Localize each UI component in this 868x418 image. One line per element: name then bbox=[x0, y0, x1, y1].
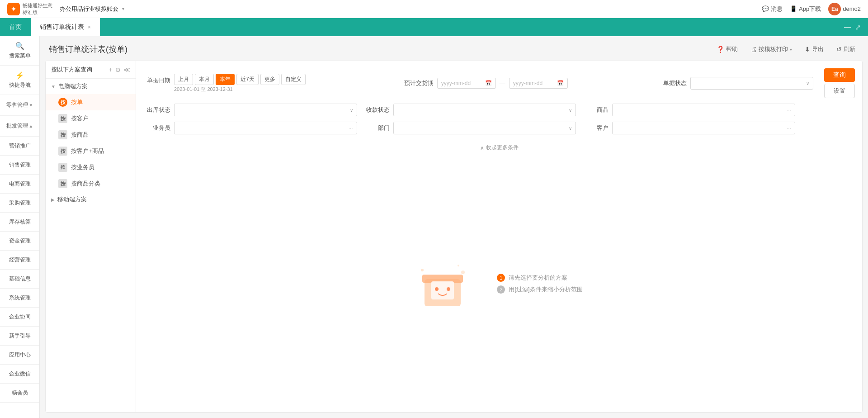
wholesale-arrow-icon: ▲ bbox=[29, 124, 33, 128]
tab-bar: 首页 销售订单统计表 × — ⤢ bbox=[0, 18, 868, 36]
scheme-group-mobile-header[interactable]: ▶ 移动端方案 bbox=[46, 192, 136, 207]
empty-tips: 1 请先选择要分析的方案 2 用[过滤]条件来缩小分析范围 bbox=[497, 274, 582, 294]
help-icon: ❓ bbox=[717, 46, 724, 53]
goods-label: 商品 bbox=[581, 106, 609, 114]
shortcut-more[interactable]: 更多 bbox=[260, 74, 279, 85]
status-select[interactable]: ∨ bbox=[690, 77, 813, 90]
sidebar-item-apps[interactable]: 应用中心 bbox=[0, 346, 39, 365]
empty-state: 1 请先选择要分析的方案 2 用[过滤]条件来缩小分析范围 bbox=[136, 155, 862, 412]
payment-dropdown-icon: ∨ bbox=[569, 108, 572, 113]
page-title: 销售订单统计表(按单) bbox=[49, 44, 127, 55]
customer-more-icon[interactable]: ··· bbox=[787, 125, 791, 131]
goods-select[interactable]: ··· bbox=[612, 104, 795, 116]
refresh-button[interactable]: ↺ 刷新 bbox=[833, 43, 859, 55]
by-product-icon: 按 bbox=[58, 130, 67, 139]
logo-icon: ✦ bbox=[7, 3, 20, 15]
filter-area: 单据日期 上月 本月 本年 近7天 更多 自定义 20 bbox=[136, 61, 862, 155]
sidebar-item-wholesale[interactable]: 批发管理 ▲ bbox=[0, 116, 39, 137]
scheme-item-by-cust-prod[interactable]: 按 按客户+商品 bbox=[46, 143, 136, 159]
sidebar-item-sales[interactable]: 销售管理 bbox=[0, 156, 39, 175]
by-order-icon: 按 bbox=[58, 98, 67, 107]
scheme-item-by-order[interactable]: 按 按单 bbox=[46, 94, 136, 110]
sidebar-item-finance[interactable]: 资金管理 bbox=[0, 232, 39, 251]
sidebar-item-retail[interactable]: 零售管理 ▼ bbox=[0, 95, 39, 116]
sidebar: 🔍 搜索菜单 ⚡ 快捷导航 零售管理 ▼ 批发管理 ▲ 营销推广 销售管理 电商… bbox=[0, 36, 40, 418]
left-panel-header: 按以下方案查询 + ⊙ ≪ bbox=[46, 61, 136, 79]
sidebar-item-marketing[interactable]: 营销推广 bbox=[0, 137, 39, 156]
app-dropdown-icon[interactable]: ▾ bbox=[122, 6, 124, 11]
sidebar-item-inventory[interactable]: 库存核算 bbox=[0, 213, 39, 232]
payment-status-select[interactable]: ∨ bbox=[393, 104, 576, 116]
logo-area: ✦ 畅捷通好生意 标准版 bbox=[7, 2, 52, 15]
shortcut-custom[interactable]: 自定义 bbox=[281, 74, 306, 85]
add-scheme-button[interactable]: + bbox=[109, 66, 113, 73]
sidebar-item-search[interactable]: 🔍 搜索菜单 bbox=[0, 36, 39, 66]
salesman-more-icon[interactable]: ··· bbox=[349, 125, 353, 131]
quick-nav-icon: ⚡ bbox=[15, 71, 24, 80]
expected-date-start-input[interactable]: yyyy-mm-dd 📅 bbox=[437, 78, 496, 89]
app-title: 办公用品行业模拟账套 bbox=[60, 5, 118, 13]
expected-date-end-input[interactable]: yyyy-mm-dd 📅 bbox=[509, 78, 568, 89]
query-button[interactable]: 查询 bbox=[824, 68, 855, 82]
shortcut-last-month[interactable]: 上月 bbox=[174, 74, 193, 85]
shortcut-this-month[interactable]: 本月 bbox=[195, 74, 214, 85]
sidebar-item-system[interactable]: 系统管理 bbox=[0, 289, 39, 308]
goods-more-icon[interactable]: ··· bbox=[787, 107, 791, 113]
export-button[interactable]: ⬇ 导出 bbox=[801, 43, 827, 55]
main-layout: 🔍 搜索菜单 ⚡ 快捷导航 零售管理 ▼ 批发管理 ▲ 营销推广 销售管理 电商… bbox=[0, 36, 868, 418]
department-label: 部门 bbox=[363, 124, 390, 132]
empty-tip-1: 1 请先选择要分析的方案 bbox=[497, 274, 582, 282]
by-cust-prod-icon: 按 bbox=[58, 147, 67, 156]
user-menu[interactable]: Ea demo2 bbox=[828, 3, 861, 15]
logo-text: 畅捷通好生意 标准版 bbox=[23, 2, 52, 15]
tab-maximize-button[interactable]: ⤢ bbox=[855, 23, 861, 32]
single-date-label: 单据日期 bbox=[143, 76, 170, 85]
shortcut-last-7days[interactable]: 近7天 bbox=[236, 74, 259, 85]
filter-settings-button[interactable]: 设置 bbox=[824, 84, 855, 98]
payment-status-label: 收款状态 bbox=[363, 106, 390, 114]
sidebar-item-basic[interactable]: 基础信息 bbox=[0, 270, 39, 289]
scheme-item-by-product[interactable]: 按 按商品 bbox=[46, 127, 136, 143]
tip2-number: 2 bbox=[497, 285, 505, 294]
salesman-select[interactable]: ··· bbox=[174, 122, 357, 134]
app-download-button[interactable]: 📱 App下载 bbox=[790, 5, 821, 13]
sidebar-item-newbie[interactable]: 新手引导 bbox=[0, 327, 39, 346]
message-button[interactable]: 💬 消息 bbox=[762, 5, 783, 13]
sidebar-item-wechat[interactable]: 企业微信 bbox=[0, 365, 39, 384]
sidebar-item-member[interactable]: 畅会员 bbox=[0, 384, 39, 403]
tab-minimize-button[interactable]: — bbox=[844, 23, 851, 31]
department-select[interactable]: ∨ bbox=[393, 122, 576, 134]
scheme-settings-button[interactable]: ⊙ bbox=[115, 66, 121, 73]
svg-point-3 bbox=[435, 287, 439, 291]
status-label: 单据状态 bbox=[660, 79, 687, 87]
top-bar: ✦ 畅捷通好生意 标准版 办公用品行业模拟账套 ▾ 💬 消息 📱 App下载 E… bbox=[0, 0, 868, 18]
search-icon: 🔍 bbox=[15, 42, 24, 50]
sidebar-item-ecommerce[interactable]: 电商管理 bbox=[0, 175, 39, 194]
shortcut-this-year[interactable]: 本年 bbox=[216, 74, 235, 85]
sidebar-item-operations[interactable]: 经营管理 bbox=[0, 251, 39, 270]
scheme-item-by-customer[interactable]: 按 按客户 bbox=[46, 110, 136, 127]
scheme-item-by-salesman[interactable]: 按 按业务员 bbox=[46, 159, 136, 176]
right-panel: 单据日期 上月 本月 本年 近7天 更多 自定义 20 bbox=[136, 61, 862, 412]
tip1-number: 1 bbox=[497, 274, 505, 282]
sidebar-item-quick-nav[interactable]: ⚡ 快捷导航 bbox=[0, 66, 39, 95]
collapse-panel-button[interactable]: ≪ bbox=[123, 66, 130, 73]
scheme-group-pc-header[interactable]: ▼ 电脑端方案 bbox=[46, 79, 136, 94]
by-salesman-icon: 按 bbox=[58, 163, 67, 172]
tab-home[interactable]: 首页 bbox=[0, 18, 31, 36]
delivery-status-select[interactable]: ∨ bbox=[174, 104, 357, 116]
sidebar-item-purchase[interactable]: 采购管理 bbox=[0, 194, 39, 213]
collapse-filters-button[interactable]: ∧ 收起更多条件 bbox=[143, 140, 855, 155]
sidebar-item-corp[interactable]: 企业协同 bbox=[0, 308, 39, 327]
help-button[interactable]: ❓ 帮助 bbox=[713, 43, 741, 55]
date-shortcuts: 上月 本月 本年 近7天 更多 自定义 bbox=[174, 74, 306, 85]
tab-close-icon[interactable]: × bbox=[88, 24, 91, 30]
customer-select[interactable]: ··· bbox=[612, 122, 795, 134]
scheme-item-by-category[interactable]: 按 按商品分类 bbox=[46, 176, 136, 192]
template-print-button[interactable]: 🖨 按模板打印 ▾ bbox=[747, 43, 796, 55]
calendar-start-icon: 📅 bbox=[485, 80, 492, 86]
print-icon: 🖨 bbox=[750, 46, 757, 53]
tab-bar-right: — ⤢ bbox=[844, 23, 868, 32]
tab-sales-order-stats[interactable]: 销售订单统计表 × bbox=[31, 18, 100, 36]
top-bar-left: ✦ 畅捷通好生意 标准版 办公用品行业模拟账套 ▾ bbox=[7, 2, 124, 15]
